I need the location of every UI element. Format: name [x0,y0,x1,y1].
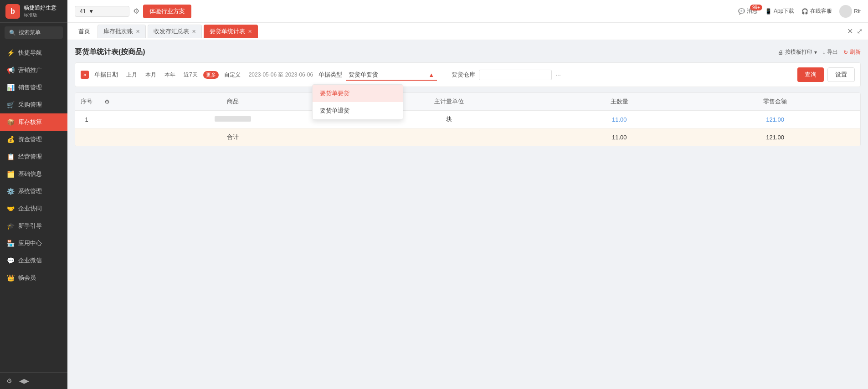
dropdown-item-order-return[interactable]: 要货单退货 [313,102,403,119]
sidebar-item-business[interactable]: 📋 经营管理 [0,148,67,165]
filter-bar: » 单据日期 上月 本月 本年 近7天 更多 自定义 2023-05-06 至 … [75,62,861,87]
purchase-icon: 🛒 [6,101,15,108]
guide-icon: 🎓 [6,222,15,230]
sidebar-item-label-appstore: 应用中心 [18,239,42,247]
sidebar-item-label-sales: 销售管理 [18,83,42,92]
tab-order-stats[interactable]: 要货单统计表 ✕ [204,25,258,38]
custom-date-btn[interactable]: 自定义 [221,70,243,80]
messages-button[interactable]: 💬 消息 99+ [738,7,758,15]
prev-month-btn[interactable]: 上月 [123,70,140,80]
sidebar-item-marketing[interactable]: 📢 营销推广 [0,61,67,79]
topbar: 41 ▼ ⚙ 体验行业方案 💬 消息 99+ 📱 App下载 🎧 在线客服 [67,0,868,23]
sidebar-item-label-business: 经营管理 [18,153,42,161]
search-menu-button[interactable]: 🔍 搜索菜单 [5,26,63,39]
type-label: 单据类型 [318,71,342,79]
close-receive-summary-tab-icon[interactable]: ✕ [192,29,196,35]
close-all-tabs-icon[interactable]: ✕ [847,27,853,36]
app-download-button[interactable]: 📱 App下载 [765,7,794,15]
col-num-header: 序号 [75,93,98,111]
sidebar-search-area: 🔍 搜索菜单 [0,23,67,42]
warehouse-more-icon[interactable]: ··· [555,71,561,78]
date-options-group: 上月 本月 本年 近7天 更多 自定义 [123,70,243,80]
sidebar-item-quick-nav[interactable]: ⚡ 快捷导航 [0,44,67,61]
sidebar-item-wechat[interactable]: 💬 企业微信 [0,252,67,269]
filter-actions: 查询 设置 [797,67,855,82]
sidebar-item-label-purchase: 采购管理 [18,101,42,109]
sidebar-item-label-marketing: 营销推广 [18,66,42,74]
sidebar-item-guide[interactable]: 🎓 新手引导 [0,217,67,235]
export-icon: ↓ [822,49,825,56]
sidebar-item-label-wechat: 企业微信 [18,256,42,265]
tabbar-end: ✕ ⤢ [847,27,863,36]
close-batch-account-tab-icon[interactable]: ✕ [136,29,140,35]
type-select[interactable]: 要货单要货 要货单退货 [346,69,437,81]
sidebar-item-purchase[interactable]: 🛒 采购管理 [0,96,67,113]
sidebar-item-appstore[interactable]: 🏪 应用中心 [0,235,67,252]
topbar-settings-icon[interactable]: ⚙ [133,7,139,15]
col-settings-header[interactable]: ⚙ [98,93,116,111]
sidebar-item-label-base: 基础信息 [18,170,42,178]
footer-label: 合计 [116,128,349,146]
expand-tabs-icon[interactable]: ⤢ [857,27,863,36]
phone-icon: 📱 [765,8,772,15]
type-select-wrapper: 要货单要货 要货单退货 ▲ [346,69,437,81]
sidebar-logo: b 畅捷通好生意 标准版 [0,0,67,23]
online-service-button[interactable]: 🎧 在线客服 [801,7,832,15]
filter-expand-button[interactable]: » [81,71,89,79]
7days-btn[interactable]: 近7天 [181,70,200,80]
warehouse-input[interactable] [479,70,552,80]
base-icon: 🗂️ [6,170,15,178]
table-wrapper: 序号 ⚙ 商品 主计量单位 主数量 零售金额 1 块 11.00 121.00 [75,92,861,146]
message-badge: 99+ [750,5,762,10]
dropdown-item-order-goods[interactable]: 要货单要货 [313,85,403,102]
sidebar-item-label-guide: 新手引导 [18,222,42,230]
type-filter-group: 单据类型 要货单要货 要货单退货 ▲ [318,69,437,81]
user-avatar-area[interactable]: Rit [839,5,861,18]
tabbar: 首页 库存批次账 ✕ 收发存汇总表 ✕ 要货单统计表 ✕ ✕ ⤢ [67,23,868,40]
curr-year-btn[interactable]: 本年 [162,70,178,80]
app-logo-icon: b [5,4,20,19]
marketing-icon: 📢 [6,67,15,74]
print-icon: 🖨 [778,49,783,56]
footer-empty [349,128,549,146]
headset-icon: 🎧 [801,8,808,15]
inventory-icon: 📦 [6,118,15,126]
print-button[interactable]: 🖨 按模板打印 ▾ [778,48,817,56]
tab-home[interactable]: 首页 [73,25,96,38]
export-button[interactable]: ↓ 导出 [822,48,838,56]
tab-batch-account[interactable]: 库存批次账 ✕ [98,25,146,38]
sidebar-item-label-system: 系统管理 [18,187,42,195]
page-header: 要货单统计表(按商品) 🖨 按模板打印 ▾ ↓ 导出 ↻ 刷新 [75,47,861,57]
collapse-icon[interactable]: ◀▶ [20,376,29,385]
table-header-row: 序号 ⚙ 商品 主计量单位 主数量 零售金额 [75,93,860,111]
close-order-stats-tab-icon[interactable]: ✕ [248,29,252,35]
sidebar-item-system[interactable]: ⚙️ 系统管理 [0,183,67,200]
sidebar-item-member[interactable]: 👑 畅会员 [0,269,67,287]
company-selector[interactable]: 41 ▼ [75,6,129,17]
warehouse-label: 要货仓库 [452,71,475,79]
table-footer-row: 合计 11.00 121.00 [75,128,860,146]
wechat-icon: 💬 [6,257,15,264]
table-row: 1 块 11.00 121.00 [75,111,860,128]
settings-icon[interactable]: ⚙ [6,377,12,384]
sidebar-item-label-enterprise: 企业协同 [18,205,42,213]
finance-icon: 💰 [6,136,15,143]
member-icon: 👑 [6,274,15,282]
cell-quantity-0: 11.00 [549,111,690,128]
trial-button[interactable]: 体验行业方案 [143,5,191,18]
query-button[interactable]: 查询 [797,67,824,82]
sidebar-item-enterprise[interactable]: 🤝 企业协同 [0,200,67,217]
sidebar-item-base[interactable]: 🗂️ 基础信息 [0,165,67,183]
footer-quantity: 11.00 [549,128,690,146]
filter-settings-button[interactable]: 设置 [827,67,855,82]
sidebar-item-inventory[interactable]: 📦 库存核算 [0,113,67,131]
tab-receive-summary[interactable]: 收发存汇总表 ✕ [148,25,202,38]
avatar [839,5,852,18]
sidebar-bottom: ⚙ ◀▶ [0,372,67,389]
main-area: 41 ▼ ⚙ 体验行业方案 💬 消息 99+ 📱 App下载 🎧 在线客服 [67,0,868,389]
more-date-badge[interactable]: 更多 [203,71,219,79]
curr-month-btn[interactable]: 本月 [143,70,159,80]
sidebar-item-finance[interactable]: 💰 资金管理 [0,131,67,148]
refresh-button[interactable]: ↻ 刷新 [843,48,861,56]
sidebar-item-sales[interactable]: 📊 销售管理 [0,79,67,96]
